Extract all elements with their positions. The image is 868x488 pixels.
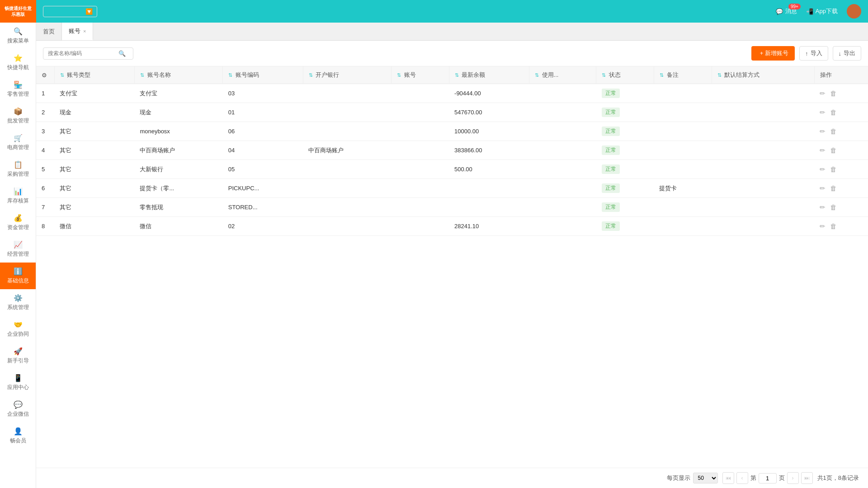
col-settings[interactable]: ⚙ <box>36 66 54 84</box>
cell-balance: 500.00 <box>449 160 529 179</box>
sort-icon: ⇅ <box>455 72 459 78</box>
col-remark-label: 备注 <box>667 71 679 78</box>
first-page-btn[interactable]: ⏮ <box>722 472 734 484</box>
edit-icon[interactable]: ✏ <box>820 146 826 155</box>
cell-usage <box>529 179 596 198</box>
col-code-label: 账号编码 <box>236 71 259 78</box>
col-status[interactable]: ⇅ 状态 <box>596 66 654 84</box>
col-type[interactable]: ⇅ 账号类型 <box>54 66 134 84</box>
col-remark[interactable]: ⇅ 备注 <box>654 66 712 84</box>
prev-page-btn[interactable]: ‹ <box>736 472 748 484</box>
col-account[interactable]: ⇅ 账号 <box>391 66 449 84</box>
app-logo: 畅捷通好生意 乐惠版 <box>0 0 36 23</box>
wechat-icon: 💬 <box>14 400 23 409</box>
message-btn[interactable]: 💬 消息 99+ <box>776 7 797 15</box>
sidebar-item-quick-nav[interactable]: ⭐ 快捷导航 <box>0 49 36 76</box>
col-balance[interactable]: ⇅ 最新余额 <box>449 66 529 84</box>
cell-balance: 28241.10 <box>449 217 529 236</box>
next-page-btn[interactable]: › <box>787 472 799 484</box>
search-box[interactable]: 🔍 <box>43 47 133 60</box>
sort-icon: ⇅ <box>397 72 401 78</box>
delete-icon[interactable]: 🗑 <box>830 203 837 211</box>
action-icons: ✏ 🗑 <box>820 184 863 192</box>
add-account-button[interactable]: + 新增账号 <box>751 46 795 61</box>
edit-icon[interactable]: ✏ <box>820 184 826 192</box>
cell-account <box>391 198 449 217</box>
sidebar-item-search-menu[interactable]: 🔍 搜索菜单 <box>0 23 36 49</box>
sidebar-item-purchase-mgmt[interactable]: 📋 采购管理 <box>0 156 36 183</box>
delete-icon[interactable]: 🗑 <box>830 222 837 230</box>
cell-remark <box>654 141 712 160</box>
search-input[interactable] <box>48 50 116 56</box>
status-badge: 正常 <box>602 89 620 98</box>
page-size-select[interactable]: 50 100 200 <box>693 473 718 483</box>
user-avatar[interactable] <box>847 4 861 19</box>
delete-icon[interactable]: 🗑 <box>830 146 837 155</box>
edit-icon[interactable]: ✏ <box>820 127 826 136</box>
cell-remark <box>654 122 712 141</box>
cell-usage <box>529 141 596 160</box>
sidebar-item-label: 畅会员 <box>10 437 26 445</box>
delete-icon[interactable]: 🗑 <box>830 108 837 117</box>
sidebar-item-app-center[interactable]: 📱 应用中心 <box>0 369 36 396</box>
tab-home[interactable]: 首页 <box>36 23 62 40</box>
cell-default-settle <box>712 141 814 160</box>
cell-account <box>391 141 449 160</box>
cell-account <box>391 217 449 236</box>
edit-icon[interactable]: ✏ <box>820 89 826 98</box>
sidebar-item-member[interactable]: 👤 畅会员 <box>0 422 36 449</box>
edit-icon[interactable]: ✏ <box>820 203 826 211</box>
edit-icon[interactable]: ✏ <box>820 108 826 117</box>
tab-account[interactable]: 账号 × <box>62 23 93 40</box>
delete-icon[interactable]: 🗑 <box>830 127 837 136</box>
import-button[interactable]: ↑ 导入 <box>799 46 828 61</box>
app-download-btn[interactable]: 📲 App下载 <box>806 7 838 15</box>
sidebar-item-label: 电商管理 <box>7 144 29 151</box>
system-icon: ⚙️ <box>14 294 23 302</box>
sidebar-item-wholesale-mgmt[interactable]: 📦 批发管理 <box>0 103 36 129</box>
col-usage[interactable]: ⇅ 使用... <box>529 66 596 84</box>
col-default-settle[interactable]: ⇅ 默认结算方式 <box>712 66 814 84</box>
sidebar-item-operation-mgmt[interactable]: 📈 经营管理 <box>0 236 36 263</box>
sidebar-item-inventory[interactable]: 📊 库存核算 <box>0 183 36 209</box>
action-icons: ✏ 🗑 <box>820 146 863 155</box>
sidebar-item-basic-info[interactable]: ℹ️ 基础信息 <box>0 263 36 289</box>
sidebar-item-retail-mgmt[interactable]: 🏪 零售管理 <box>0 76 36 103</box>
col-name[interactable]: ⇅ 账号名称 <box>134 66 222 84</box>
page-input[interactable] <box>759 473 777 483</box>
cell-bank <box>303 84 391 103</box>
delete-icon[interactable]: 🗑 <box>830 184 837 192</box>
sidebar-item-enterprise-agreement[interactable]: 🤝 企业协同 <box>0 316 36 343</box>
export-button[interactable]: ↓ 导出 <box>833 46 862 61</box>
sidebar-item-label: 批发管理 <box>7 117 29 125</box>
cell-name: 现金 <box>134 103 222 122</box>
account-tab-close[interactable]: × <box>83 28 86 34</box>
status-badge: 正常 <box>602 145 620 155</box>
cell-num: 3 <box>36 122 54 141</box>
delete-icon[interactable]: 🗑 <box>830 165 837 174</box>
cell-num: 2 <box>36 103 54 122</box>
sidebar-item-ecommerce-mgmt[interactable]: 🛒 电商管理 <box>0 129 36 156</box>
top-search-input[interactable] <box>47 8 83 14</box>
edit-icon[interactable]: ✏ <box>820 165 826 174</box>
sidebar-item-label: 搜索菜单 <box>7 37 29 45</box>
top-search-box[interactable]: 🔽 <box>43 6 97 17</box>
cell-code: 06 <box>223 122 303 141</box>
cell-name: 微信 <box>134 217 222 236</box>
sidebar-item-system-mgmt[interactable]: ⚙️ 系统管理 <box>0 289 36 316</box>
sidebar-item-finance-mgmt[interactable]: 💰 资金管理 <box>0 209 36 236</box>
cell-usage <box>529 84 596 103</box>
sidebar-item-enterprise-wechat[interactable]: 💬 企业微信 <box>0 396 36 422</box>
account-table: ⚙ ⇅ 账号类型 ⇅ 账号名称 ⇅ 账号编码 <box>36 66 868 236</box>
sidebar-item-beginner-guide[interactable]: 🚀 新手引导 <box>0 343 36 369</box>
cell-action: ✏ 🗑 <box>814 160 868 179</box>
delete-icon[interactable]: 🗑 <box>830 89 837 98</box>
cell-status: 正常 <box>596 141 654 160</box>
edit-icon[interactable]: ✏ <box>820 222 826 230</box>
tab-bar: 首页 账号 × ✕ ⛶ <box>36 23 868 41</box>
col-bank[interactable]: ⇅ 开户银行 <box>303 66 391 84</box>
cell-num: 8 <box>36 217 54 236</box>
cell-remark <box>654 160 712 179</box>
col-code[interactable]: ⇅ 账号编码 <box>223 66 303 84</box>
last-page-btn[interactable]: ⏭ <box>801 472 813 484</box>
